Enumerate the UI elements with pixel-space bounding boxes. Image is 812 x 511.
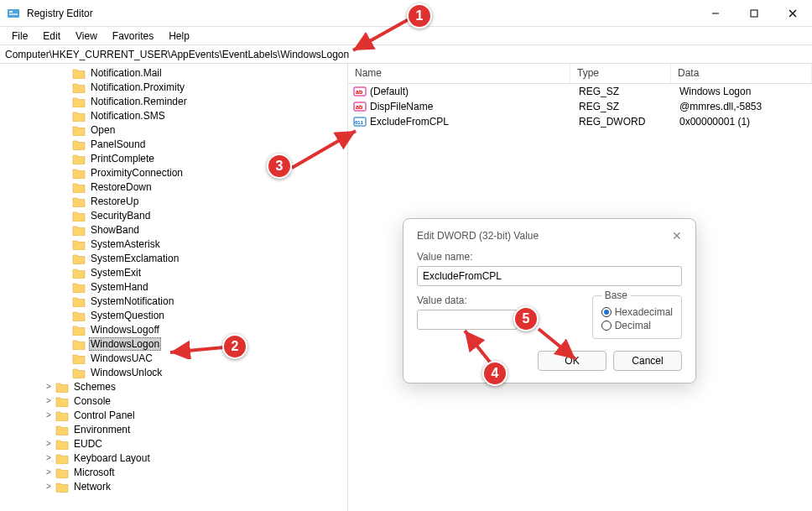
folder-icon [72, 67, 86, 79]
base-fieldset: Base Hexadecimal Decimal [592, 289, 682, 339]
radio-hex[interactable]: Hexadecimal [601, 306, 673, 318]
tree-item-label: SystemHand [89, 281, 150, 293]
tree-item-label: Notification.Proximity [89, 81, 186, 93]
tree-item[interactable]: Environment [0, 422, 347, 436]
value-type: REG_DWORD [572, 116, 673, 128]
menu-favorites[interactable]: Favorites [106, 29, 160, 44]
col-header-type[interactable]: Type [570, 64, 671, 83]
radio-hex-label: Hexadecimal [615, 306, 673, 318]
tree-item-label: EUDC [72, 438, 104, 450]
value-data: @mmres.dll,-5853 [673, 101, 812, 112]
dialog-title: Edit DWORD (32-bit) Value [417, 230, 539, 242]
col-header-data[interactable]: Data [671, 64, 812, 83]
folder-icon [55, 395, 69, 407]
folder-icon [72, 181, 86, 193]
tree-item-label: Console [72, 395, 112, 407]
tree-item[interactable]: RestoreUp [0, 194, 347, 208]
svg-line-13 [353, 18, 410, 50]
col-header-name[interactable]: Name [348, 64, 570, 83]
tree-item[interactable]: Notification.Reminder [0, 94, 347, 108]
tree-item[interactable]: SystemQuestion [0, 308, 347, 322]
menu-file[interactable]: File [5, 29, 34, 44]
folder-icon [72, 367, 86, 378]
value-icon: ab [353, 100, 367, 113]
folder-icon [72, 267, 86, 279]
annotation-5: 5 [513, 306, 539, 331]
radio-dec[interactable]: Decimal [601, 320, 673, 331]
folder-icon [72, 253, 86, 264]
tree-item-label: SystemExclamation [89, 253, 180, 264]
tree-item[interactable]: >Schemes [0, 379, 347, 394]
menu-edit[interactable]: Edit [36, 29, 67, 44]
tree-item[interactable]: WindowsUnlock [0, 365, 347, 379]
minimize-button[interactable] [696, 0, 735, 27]
value-data: 0x00000001 (1) [673, 116, 812, 128]
folder-icon [72, 138, 86, 150]
cancel-button[interactable]: Cancel [613, 351, 682, 371]
tree-item-label: Environment [72, 424, 132, 435]
tree-item[interactable]: RestoreDown [0, 180, 347, 194]
maximize-button[interactable] [735, 0, 773, 27]
chevron-icon: > [44, 467, 54, 477]
chevron-icon: > [44, 453, 54, 462]
menu-view[interactable]: View [69, 29, 104, 44]
svg-rect-2 [9, 13, 18, 15]
tree-item[interactable]: ShowBand [0, 222, 347, 237]
tree-item-label: SystemNotification [89, 295, 175, 307]
tree-item-label: RestoreDown [89, 181, 154, 193]
tree-item-label: WindowsLogoff [89, 324, 161, 336]
tree-item[interactable]: SystemAsterisk [0, 237, 347, 251]
value-type: REG_SZ [572, 101, 673, 112]
value-name: DispFileName [370, 101, 433, 112]
tree-item-label: PrintComplete [89, 153, 156, 164]
tree-item-label: ProximityConnection [89, 167, 185, 179]
annotation-4: 4 [482, 361, 508, 386]
folder-icon [55, 409, 69, 421]
tree-item[interactable]: SystemExclamation [0, 251, 347, 265]
tree-item[interactable]: >Control Panel [0, 408, 347, 422]
tree-item[interactable]: >Microsoft [0, 465, 347, 479]
tree-item[interactable]: >Keyboard Layout [0, 451, 347, 465]
svg-text:ab: ab [356, 104, 362, 110]
menu-help[interactable]: Help [162, 29, 196, 44]
tree-item[interactable]: Notification.Proximity [0, 80, 347, 94]
tree-item-label: Open [89, 124, 117, 136]
tree-item[interactable]: >Network [0, 479, 347, 493]
tree-item[interactable]: SystemNotification [0, 294, 347, 308]
tree-item-label: SecurityBand [89, 210, 152, 222]
tree-item[interactable]: WindowsLogoff [0, 322, 347, 336]
folder-icon [72, 352, 86, 364]
tree-item[interactable]: SystemHand [0, 279, 347, 294]
tree-item-label: WindowsLogon [89, 337, 161, 351]
chevron-icon: > [44, 410, 54, 420]
tree-item-label: Network [72, 481, 112, 493]
tree-item[interactable]: Notification.Mail [0, 65, 347, 80]
list-row[interactable]: 011ExcludeFromCPLREG_DWORD0x00000001 (1) [348, 114, 812, 129]
tree-item-label: SystemAsterisk [89, 238, 162, 250]
tree-item[interactable]: >Console [0, 394, 347, 408]
folder-icon [55, 424, 69, 435]
annotation-3: 3 [267, 154, 292, 179]
folder-icon [72, 310, 86, 321]
dialog-close-icon[interactable]: ✕ [672, 229, 682, 242]
tree-item[interactable]: >EUDC [0, 436, 347, 451]
folder-icon [72, 110, 86, 122]
tree-item[interactable]: SystemExit [0, 265, 347, 279]
radio-hex-icon [601, 307, 612, 317]
radio-dec-label: Decimal [615, 320, 651, 331]
tree-item-label: ShowBand [89, 224, 141, 236]
tree-item[interactable]: Notification.SMS [0, 108, 347, 123]
value-name-input[interactable] [417, 266, 682, 286]
svg-line-17 [539, 329, 575, 359]
value-name: ExcludeFromCPL [370, 116, 449, 128]
base-legend: Base [601, 289, 631, 301]
list-row[interactable]: abDispFileNameREG_SZ@mmres.dll,-5853 [348, 99, 812, 114]
close-button[interactable] [773, 0, 812, 27]
svg-text:ab: ab [356, 89, 362, 95]
chevron-icon: > [44, 439, 54, 448]
tree-item-label: Notification.Mail [89, 67, 164, 79]
svg-line-14 [170, 347, 224, 352]
tree-item[interactable]: SecurityBand [0, 208, 347, 222]
svg-line-16 [465, 331, 492, 364]
list-row[interactable]: ab(Default)REG_SZWindows Logon [348, 84, 812, 99]
